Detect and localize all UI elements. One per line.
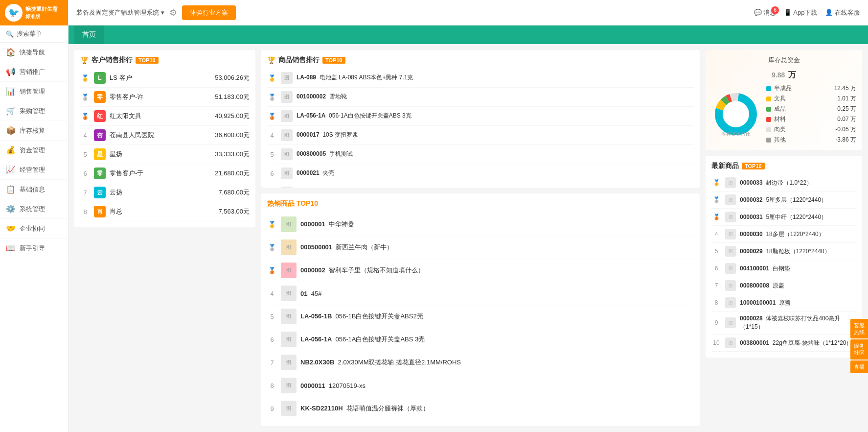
customer-avatar: L: [94, 72, 106, 84]
hot-product-item: 9 图 KK-SD22110H 花语萌值温分腿裤袜（厚款）: [267, 397, 694, 420]
new-prod-icon: 图: [725, 263, 736, 274]
search-menu-item[interactable]: 🔍 搜索菜单: [0, 25, 68, 43]
rank-number: 🥈: [80, 94, 90, 101]
hot-product-info: 0000011 12070519-xs: [300, 382, 694, 389]
nav-icon-3: 🛒: [6, 106, 16, 116]
legend-name: 其他: [774, 136, 832, 144]
hot-product-img: 图: [281, 240, 297, 255]
chevron-down-icon: ▾: [161, 9, 164, 16]
message-btn[interactable]: 💬 消息 6: [754, 8, 777, 17]
legend-item: 肉类 -0.05 万: [766, 125, 856, 134]
rank-number: 7: [80, 189, 90, 196]
customer-name: LS 客户: [110, 73, 211, 82]
customer-ranking-title: 🏆 客户销售排行 TOP10: [80, 56, 250, 65]
nav-label-9: 企业协同: [20, 224, 45, 233]
sidebar-nav-item-1[interactable]: 📢营销推广: [0, 62, 68, 82]
online-service-btn[interactable]: 👤 在线客服: [825, 8, 860, 17]
download-icon: 📱: [784, 9, 792, 16]
donut-center-label: 库存资金占比: [711, 131, 760, 138]
float-community-btn[interactable]: 服务社区: [850, 339, 868, 360]
nav-icon-4: 📦: [6, 126, 16, 135]
legend-name: 文具: [774, 95, 834, 103]
product-info: 0000017 10S 变扭罗浆: [297, 131, 694, 139]
hot-product-item: 6 图 LA-056-1A 056-1A白色按键开关盖ABS 3壳: [267, 328, 694, 351]
hot-product-img: 图: [281, 378, 297, 393]
new-rank-num: 8: [711, 299, 721, 306]
product-icon: 图: [281, 129, 293, 141]
new-prod-icon: 图: [725, 337, 736, 348]
new-rank-num: 4: [711, 231, 721, 238]
product-icon: 图: [281, 72, 293, 84]
system-title-dropdown[interactable]: 装备及固定资产辅助管理系统 ▾: [76, 8, 164, 17]
new-prod-label: 最新商品: [711, 162, 739, 170]
rank-number: 5: [80, 151, 90, 158]
new-prod-info: 0000029 18颗粒板（1220*2440）: [740, 247, 856, 256]
hot-product-item: 🥉 图 0000002 智利车子里（规格不知道填什么）: [267, 259, 694, 282]
customer-name: 零售客户-许: [110, 93, 211, 101]
new-prod-icon: 图: [725, 246, 736, 257]
search-icon: 🔍: [6, 30, 14, 38]
legend-name: 肉类: [774, 125, 832, 134]
product-info: 000800005 手机测试: [297, 150, 694, 158]
sidebar-nav-item-7[interactable]: 📋基础信息: [0, 180, 68, 199]
nav-label-7: 基础信息: [20, 185, 45, 194]
new-product-item: 7 图 000800008 原盖: [711, 277, 856, 294]
new-prod-info: 0000033 封边带（1.0*22）: [740, 179, 856, 187]
hot-product-info: NB2.0X30B 2.0X30MM双搓花轴,搓花直径2.1MM/ROHS: [300, 358, 694, 367]
sidebar-nav-item-5[interactable]: 💰资金管理: [0, 141, 68, 160]
main-area: 装备及固定资产辅助管理系统 ▾ ⚙ 体验行业方案 💬 消息 6 📱 App下载 …: [69, 0, 868, 432]
settings-icon[interactable]: ⚙: [169, 7, 177, 18]
float-service-btn[interactable]: 客服热线: [850, 319, 868, 339]
new-rank-num: 🥉: [711, 214, 721, 220]
nav-icon-5: 💰: [6, 145, 16, 155]
new-rank-num: 5: [711, 248, 721, 255]
new-products-list: 🥇 图 0000033 封边带（1.0*22） 🥈 图 0000032 5厘多层…: [711, 174, 856, 352]
trial-button[interactable]: 体验行业方案: [182, 5, 236, 20]
sidebar-nav-item-8[interactable]: ⚙️系统管理: [0, 199, 68, 219]
product-rank-item: 6 图 0000021 夹壳: [267, 164, 694, 183]
sidebar-nav-item-10[interactable]: 📖新手引导: [0, 239, 68, 258]
customer-ranking-label: 客户销售排行: [91, 56, 133, 65]
hot-rank-num: 4: [267, 290, 277, 297]
sidebar-nav-item-2[interactable]: 📊销售管理: [0, 82, 68, 101]
customer-rank-item: 5 星 星扬 33,333.00元: [80, 145, 250, 164]
hot-rank-num: 7: [267, 359, 277, 366]
hot-product-img: 图: [281, 263, 297, 278]
logo-badge: 标准版: [25, 13, 58, 20]
hot-product-img: 图: [281, 216, 297, 232]
hot-product-item: 8 图 0000011 12070519-xs: [267, 374, 694, 397]
new-prod-badge: TOP10: [742, 163, 765, 169]
customer-amount: 7,563.00元: [218, 207, 250, 216]
hot-product-info: KK-SD22110H 花语萌值温分腿裤袜（厚款）: [300, 404, 694, 413]
donut-chart-container: 库存资金占比 半成品 12.45 万 文具 1.01 万 成品 0.25 万 材…: [711, 84, 856, 144]
new-product-item: 5 图 0000029 18颗粒板（1220*2440）: [711, 243, 856, 260]
app-download-btn[interactable]: 📱 App下载: [784, 8, 817, 17]
sidebar-nav-item-0[interactable]: 🏠快捷导航: [0, 43, 68, 62]
legend-item: 文具 1.01 万: [766, 95, 856, 103]
product-icon: 图: [281, 187, 293, 188]
customer-amount: 53,006.26元: [215, 73, 250, 82]
tab-home[interactable]: 首页: [74, 25, 104, 44]
legend-value: 0.25 万: [837, 105, 856, 113]
float-live-btn[interactable]: 直播: [850, 360, 868, 373]
customer-rank-list: 🥇 L LS 客户 53,006.26元 🥈 零 零售客户-许 51,183.0…: [80, 69, 250, 221]
customer-amount: 40,925.00元: [215, 112, 250, 120]
new-prod-info: 10000100001 原盖: [740, 299, 856, 307]
message-badge: 6: [771, 6, 779, 14]
customer-amount: 33,333.00元: [215, 150, 250, 159]
sidebar-nav-item-6[interactable]: 📈经营管理: [0, 160, 68, 180]
prod-top10-badge: TOP10: [322, 57, 345, 64]
sidebar-nav-item-9[interactable]: 🤝企业协同: [0, 219, 68, 239]
prod-rank-num: 🥇: [267, 74, 277, 82]
legend-name: 半成品: [774, 84, 831, 93]
logo-name: 畅捷通好生意: [25, 5, 58, 13]
new-prod-info: 000800008 原盖: [740, 282, 856, 290]
sidebar-nav-item-4[interactable]: 📦库存核算: [0, 121, 68, 141]
online-service-label: 在线客服: [835, 9, 860, 16]
rank-number: 🥇: [80, 74, 90, 82]
product-info: 001000002 雪地靴: [297, 93, 694, 101]
page-content: 🏆 客户销售排行 TOP10 🥇 L LS 客户 53,006.26元 🥈 零 …: [69, 44, 868, 432]
sidebar-nav-item-3[interactable]: 🛒采购管理: [0, 101, 68, 121]
customer-name: 苍南县人民医院: [110, 131, 211, 140]
legend-item: 半成品 12.45 万: [766, 84, 856, 93]
